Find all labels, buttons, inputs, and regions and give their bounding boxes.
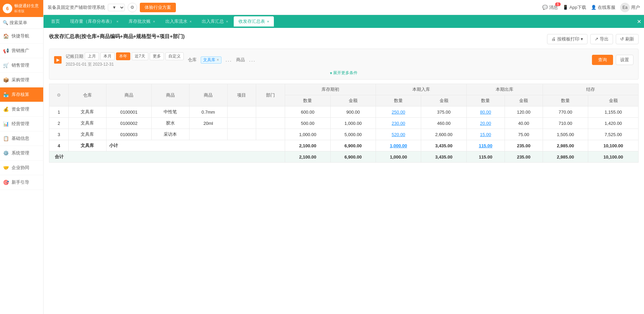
- date-custom-btn[interactable]: 自定义: [165, 52, 184, 60]
- date-cur-year-btn[interactable]: 本年: [116, 52, 130, 60]
- cell-out-qty[interactable]: 15.00: [466, 129, 505, 140]
- tab-batch-close[interactable]: ×: [153, 19, 155, 23]
- date-7days-btn[interactable]: 近7天: [132, 52, 148, 60]
- cell-opening-amount: 900.00: [330, 106, 376, 118]
- subtotal-out-amount: 235.00: [505, 140, 543, 151]
- message-button[interactable]: 💬 消息 6: [542, 4, 558, 11]
- th-in-qty: 数量: [376, 95, 421, 106]
- print-label: 按模板打印: [557, 36, 579, 42]
- expand-label: 展开更多条件: [333, 70, 358, 76]
- top-action-bar: 🖨 按模板打印 ▾ ↗ 导出 ↺ 刷新: [547, 34, 639, 44]
- purchase-icon: 📦: [3, 77, 9, 83]
- message-badge: 6: [555, 2, 561, 6]
- service-label: 在线客服: [598, 4, 615, 11]
- sidebar-item-finance[interactable]: 💰 资金管理: [0, 102, 43, 117]
- sidebar-item-sales[interactable]: 🛒 销售管理: [0, 58, 43, 73]
- warehouse-ellipsis[interactable]: ...: [226, 57, 232, 63]
- system-select[interactable]: ▼: [108, 4, 125, 11]
- basic-icon: 📋: [3, 135, 9, 142]
- sidebar-item-system[interactable]: ⚙️ 系统管理: [0, 146, 43, 161]
- home-icon: 🏠: [3, 33, 9, 39]
- th-closing-qty: 数量: [543, 95, 588, 106]
- cell-index: 2: [49, 118, 69, 129]
- cell-closing-amount: 7,525.00: [588, 129, 639, 140]
- newbie-icon: 🎯: [3, 179, 9, 185]
- cell-in-qty[interactable]: 230.00: [376, 118, 421, 129]
- warehouse-filter-tag[interactable]: 文具库 ×: [201, 56, 221, 64]
- app-download-button[interactable]: 📱 App下载: [563, 4, 586, 11]
- tab-home[interactable]: 首页: [46, 16, 65, 27]
- sidebar-item-operation[interactable]: 📊 经营管理: [0, 117, 43, 131]
- cell-in-qty[interactable]: 250.00: [376, 106, 421, 118]
- cell-goods-spec: [189, 129, 227, 140]
- trial-button[interactable]: 体验行业方案: [140, 3, 176, 12]
- cell-out-qty[interactable]: 20.00: [466, 118, 505, 129]
- sidebar-item-purchase[interactable]: 📦 采购管理: [0, 73, 43, 87]
- expand-arrow-btn[interactable]: ▶: [54, 56, 62, 64]
- cell-department: [256, 129, 285, 140]
- search-menu[interactable]: 🔍 搜索菜单: [0, 17, 43, 29]
- app-version: 标准版: [14, 9, 39, 14]
- cell-out-qty[interactable]: 80.00: [466, 106, 505, 118]
- tabbar-close-all[interactable]: ✕: [637, 18, 641, 25]
- cell-opening-qty: 1,000.00: [285, 129, 330, 140]
- total-closing-qty: 2,985.00: [543, 151, 588, 163]
- th-settings[interactable]: ⚙: [49, 84, 69, 106]
- table-row: 2 文具库 0100002 胶水 20ml 500.00 1,000.00 23…: [49, 118, 639, 129]
- expand-more-btn[interactable]: ▾ 展开更多条件: [330, 70, 358, 76]
- tab-inventory-dist[interactable]: 现存量（库存分布表） ×: [65, 16, 123, 27]
- tab-inout-summary[interactable]: 出入库汇总 ×: [197, 16, 233, 27]
- tab-inventory-dist-close[interactable]: ×: [116, 19, 118, 23]
- sidebar-item-inventory[interactable]: 🏪 库存核算: [0, 87, 43, 102]
- sidebar-item-newbie[interactable]: 🎯 新手引导: [0, 175, 43, 190]
- tab-recv-send-close[interactable]: ×: [267, 19, 269, 23]
- total-row: 合计 2,100.00 6,900.00 1,000.00 3,435.00 1…: [49, 151, 639, 163]
- th-opening-amount: 金额: [330, 95, 376, 106]
- filter-settings-button[interactable]: 设置: [616, 55, 633, 65]
- warehouse-filter-label: 仓库: [188, 57, 197, 63]
- total-in-qty: 1,000.00: [376, 151, 421, 163]
- cell-in-qty[interactable]: 520.00: [376, 129, 421, 140]
- refresh-button[interactable]: ↺ 刷新: [616, 34, 639, 44]
- tab-recv-send[interactable]: 收发存汇总表 ×: [234, 16, 274, 27]
- sales-icon: 🛒: [3, 62, 9, 68]
- filter-expand-arrow[interactable]: ▶: [54, 56, 62, 64]
- cell-goods-spec: 0.7mm: [189, 106, 227, 118]
- export-button[interactable]: ↗ 导出: [590, 34, 613, 44]
- sidebar-item-marketing[interactable]: 📢 营销推广: [0, 44, 43, 58]
- sidebar-header: 6 畅捷通好生意 标准版: [0, 0, 43, 17]
- date-cur-month-btn[interactable]: 本月: [100, 52, 115, 60]
- print-button[interactable]: 🖨 按模板打印 ▾: [547, 34, 588, 44]
- total-opening-qty: 2,100.00: [285, 151, 330, 163]
- refresh-icon: ↺: [620, 36, 624, 42]
- refresh-label: 刷新: [625, 36, 634, 42]
- export-label: 导出: [600, 36, 609, 42]
- tab-inout-summary-close[interactable]: ×: [226, 19, 228, 23]
- topbar-left: 装备及固定资产辅助管理系统 ▼ ⚙ 体验行业方案: [48, 3, 176, 12]
- subtotal-out-qty[interactable]: 115.00: [466, 140, 505, 151]
- date-more-btn[interactable]: 更多: [150, 52, 164, 60]
- cell-warehouse: 文具库: [69, 118, 106, 129]
- finance-icon: 💰: [3, 106, 9, 112]
- sidebar-item-basic[interactable]: 📋 基础信息: [0, 131, 43, 146]
- table-gear-icon[interactable]: ⚙: [57, 93, 61, 98]
- topbar: 装备及固定资产辅助管理系统 ▼ ⚙ 体验行业方案 💬 消息 6 📱 App下载 …: [44, 0, 644, 15]
- tab-inout-flow-close[interactable]: ×: [189, 19, 192, 23]
- settings-gear-button[interactable]: ⚙: [128, 3, 137, 12]
- service-button[interactable]: 👤 在线客服: [591, 4, 615, 11]
- sidebar-item-quicknav[interactable]: 🏠 快捷导航: [0, 29, 43, 44]
- th-out-qty: 数量: [466, 95, 505, 106]
- goods-ellipsis[interactable]: ...: [249, 57, 255, 63]
- cell-opening-qty: 500.00: [285, 118, 330, 129]
- tab-batch[interactable]: 库存批次账 ×: [124, 16, 160, 27]
- sidebar-item-enterprise[interactable]: 🤝 企业协同: [0, 161, 43, 175]
- user-button[interactable]: Ea 用户: [620, 3, 640, 12]
- subtotal-label: 小计: [106, 140, 285, 151]
- sidebar-item-label: 新手引导: [12, 179, 29, 185]
- subtotal-in-qty[interactable]: 1,000.00: [376, 140, 421, 151]
- warehouse-tag-remove[interactable]: ×: [217, 57, 219, 62]
- query-button[interactable]: 查询: [592, 55, 613, 65]
- sidebar-item-label: 基础信息: [12, 135, 29, 142]
- date-prev-month-btn[interactable]: 上月: [85, 52, 99, 60]
- tab-inout-flow[interactable]: 出入库流水 ×: [161, 16, 196, 27]
